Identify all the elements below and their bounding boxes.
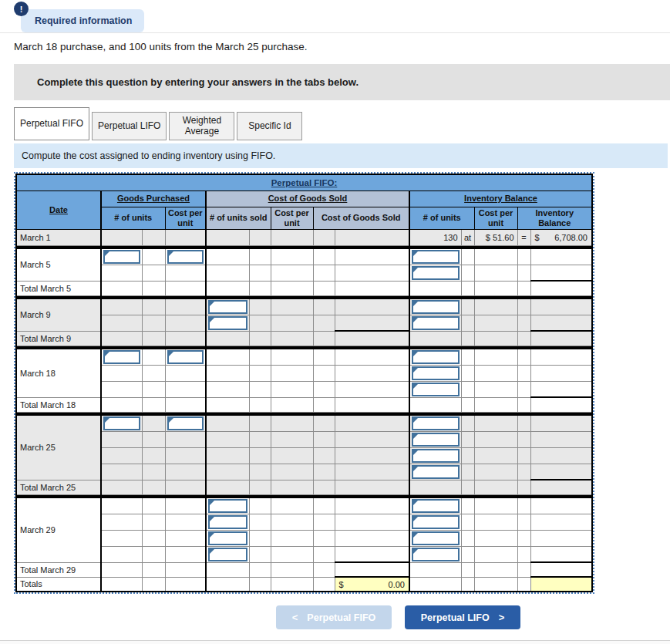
cell-gp-cost bbox=[165, 298, 206, 315]
answer-input[interactable] bbox=[103, 416, 140, 430]
cell-ib-cost bbox=[474, 431, 517, 447]
answer-input[interactable] bbox=[103, 250, 140, 264]
total-cell-cgs-total bbox=[335, 480, 409, 494]
total-cell-cgs-cost bbox=[271, 480, 313, 494]
cell-ib-units bbox=[409, 265, 461, 281]
cell-cgs-total bbox=[335, 315, 409, 331]
tab-weighted-average[interactable]: Weighted Average bbox=[169, 112, 234, 140]
amount-value: 6,708.00 bbox=[554, 233, 588, 242]
cell-cgs-total bbox=[335, 431, 409, 447]
cell-ib-units bbox=[409, 248, 461, 265]
answer-input[interactable] bbox=[412, 449, 460, 463]
cell-gp-cost bbox=[165, 365, 206, 381]
cell-cgs-cost bbox=[271, 497, 313, 514]
answer-input[interactable] bbox=[167, 350, 204, 364]
total-cell-ib-eq bbox=[517, 562, 530, 577]
total-cell-ib-at bbox=[461, 562, 474, 577]
total-cell-gp-at bbox=[142, 397, 165, 412]
total-cell-ib-units bbox=[409, 281, 461, 295]
answer-input[interactable] bbox=[208, 515, 247, 529]
total-cell-gp-units bbox=[101, 331, 142, 346]
cell-ib-units bbox=[409, 349, 461, 365]
cell-gp-cost bbox=[165, 497, 206, 514]
cell-cgs-total bbox=[335, 265, 409, 281]
cell-gp-at bbox=[142, 381, 165, 397]
answer-input[interactable] bbox=[412, 266, 460, 280]
date-label: March 25 bbox=[16, 415, 101, 480]
answer-input[interactable] bbox=[412, 316, 460, 330]
tab-specific-id[interactable]: Specific Id bbox=[237, 112, 302, 140]
answer-input[interactable] bbox=[412, 350, 460, 364]
total-row-label: Total March 18 bbox=[16, 397, 101, 412]
cell-cgs-cost bbox=[271, 431, 313, 447]
beginning-cgs-cost bbox=[271, 229, 313, 245]
total-cell-ib-cost bbox=[474, 331, 517, 346]
cell-cgs-units bbox=[206, 265, 249, 281]
cell-gp-cost bbox=[165, 530, 206, 546]
cell-cgs-cost bbox=[271, 415, 313, 431]
answer-input[interactable] bbox=[167, 416, 204, 430]
cell-gp-units bbox=[101, 265, 142, 281]
answer-input[interactable] bbox=[103, 350, 140, 364]
total-cell-gp-units bbox=[101, 480, 142, 494]
answer-input[interactable] bbox=[208, 300, 247, 314]
answer-input[interactable] bbox=[412, 515, 460, 529]
cell-cgs-at bbox=[249, 514, 271, 530]
cell-cgs-at bbox=[249, 431, 271, 447]
answer-input[interactable] bbox=[208, 548, 247, 561]
cell-ib-total bbox=[530, 381, 592, 397]
cell-cgs-eq bbox=[313, 298, 335, 315]
cell-gp-at bbox=[142, 464, 165, 480]
answer-input[interactable] bbox=[208, 499, 247, 513]
prev-tab-button[interactable]: < Perpetual FIFO bbox=[276, 605, 392, 629]
total-cell-cgs-eq bbox=[313, 562, 335, 577]
cell-ib-eq bbox=[517, 381, 530, 397]
cell-ib-cost bbox=[474, 546, 517, 562]
cell-ib-total bbox=[530, 365, 592, 381]
cell-ib-total bbox=[530, 265, 592, 281]
answer-input[interactable] bbox=[412, 465, 460, 479]
cell-ib-eq bbox=[517, 447, 530, 464]
chevron-left-icon: < bbox=[292, 612, 298, 623]
cell-ib-cost bbox=[474, 315, 517, 331]
answer-input[interactable] bbox=[208, 531, 247, 545]
answer-input[interactable] bbox=[412, 300, 460, 314]
answer-input[interactable] bbox=[208, 316, 247, 330]
answer-input[interactable] bbox=[412, 531, 460, 545]
cell-cgs-units bbox=[206, 365, 249, 381]
total-cell-cgs-at bbox=[249, 281, 271, 295]
answer-input[interactable] bbox=[167, 250, 204, 264]
date-label: March 9 bbox=[16, 298, 101, 331]
total-cell-ib-eq bbox=[517, 480, 530, 494]
answer-input[interactable] bbox=[412, 250, 460, 264]
cell-cgs-cost bbox=[271, 365, 313, 381]
answer-input[interactable] bbox=[412, 366, 460, 380]
cell-gp-at bbox=[142, 431, 165, 447]
cell-cgs-cost bbox=[271, 315, 313, 331]
total-cell-gp-units bbox=[101, 562, 142, 577]
col-header-ib-cost: Cost per unit bbox=[474, 207, 517, 229]
answer-input[interactable] bbox=[412, 383, 460, 396]
answer-input[interactable] bbox=[412, 416, 460, 430]
cell-cgs-eq bbox=[313, 265, 335, 281]
cell-ib-eq bbox=[517, 415, 530, 431]
cell-ib-at bbox=[461, 464, 474, 480]
total-cell-ib-cost bbox=[474, 562, 517, 577]
col-header-ib-total: Inventory Balance bbox=[517, 207, 592, 229]
answer-input[interactable] bbox=[412, 499, 460, 513]
cell-cgs-units bbox=[206, 415, 249, 431]
total-cell-ib-total bbox=[530, 331, 592, 346]
tab-perpetual-fifo[interactable]: Perpetual FIFO bbox=[14, 107, 89, 140]
cell-cgs-cost bbox=[271, 546, 313, 562]
answer-input[interactable] bbox=[412, 433, 460, 447]
cell-cgs-at bbox=[249, 349, 271, 365]
instruction-box: Complete this question by entering your … bbox=[14, 64, 670, 100]
cell-gp-at bbox=[142, 447, 165, 464]
answer-input[interactable] bbox=[412, 548, 460, 561]
total-cell-cgs-units bbox=[206, 281, 249, 295]
next-tab-button[interactable]: Perpetual LIFO > bbox=[405, 605, 520, 629]
cell-ib-total bbox=[530, 298, 592, 315]
perpetual-fifo-table: Perpetual FIFO:DateGoods PurchasedCost o… bbox=[15, 174, 593, 592]
cell-gp-at bbox=[142, 349, 165, 365]
tab-perpetual-lifo[interactable]: Perpetual LIFO bbox=[92, 112, 167, 140]
